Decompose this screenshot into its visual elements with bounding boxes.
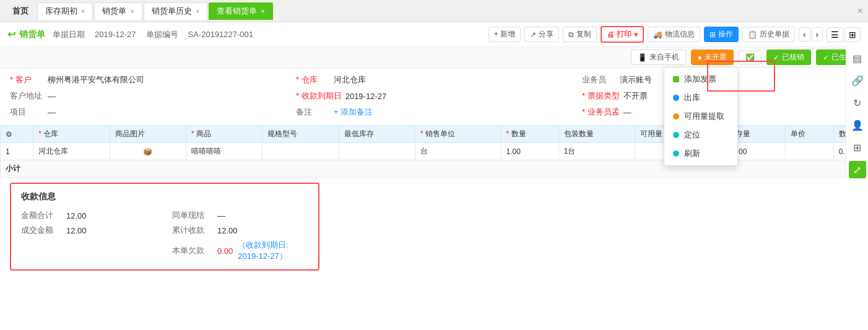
sidebar-icon-2[interactable]: 🔗 (849, 72, 866, 89)
settings-col-header[interactable]: ⚙ (1, 126, 33, 143)
tab-inventory-init-close[interactable]: × (81, 7, 85, 15)
copy-icon: ⧉ (568, 30, 574, 39)
min-stock-col-header: 最低库存 (339, 126, 415, 143)
tab-view-sales-close[interactable]: × (261, 7, 264, 15)
dropdown-refresh[interactable]: 刷新 (664, 144, 737, 163)
bottom-panel: 收款信息 金额合计 12.00 同单现结 — 成交金额 12.00 累计收款 1… (10, 183, 319, 271)
dropdown-outbound[interactable]: 出库 (664, 89, 737, 107)
row-product: 嘻嘻嘻嘻 (186, 143, 262, 160)
prev-button[interactable]: ‹ (799, 27, 810, 41)
confirm-icon2: ✓ (773, 53, 779, 62)
amount-total-row: 金额合计 12.00 (21, 210, 157, 221)
product-col-header: * 商品 (186, 126, 262, 143)
copy-button[interactable]: ⧉ 复制 (563, 27, 597, 42)
date-label: 单据日期 (53, 29, 85, 40)
print-label: 打印 (617, 29, 631, 40)
image-col-header: 商品图片 (110, 126, 186, 143)
pkg-qty-col-header: 包装数量 (558, 126, 635, 143)
arrears-value: 0.00 (217, 246, 233, 256)
refresh-label: 刷新 (684, 148, 700, 159)
row-unit: 台 (415, 143, 501, 160)
address-row: 客户地址 — (10, 90, 286, 102)
remark-row: 备注 + 添加备注 (296, 106, 572, 118)
deal-amount-label: 成交金额 (21, 225, 61, 236)
tab-sales-history-label: 销货单历史 (152, 6, 192, 17)
effective-icon: ✓ (823, 53, 829, 62)
salesperson-label: * 业务员孟 (582, 106, 620, 118)
arrears-suffix: （收款到期日: 2019-12-27） (238, 240, 308, 262)
tab-sales-history-close[interactable]: × (196, 7, 199, 15)
address-label: 客户地址 (10, 90, 44, 102)
doc-header: ↩ 销货单 单据日期 2019-12-27 单据编号 SA-20191227-0… (0, 22, 868, 47)
tab-sales-history[interactable]: 销货单历史 × (144, 2, 207, 20)
doc-type-label: 销货单 (19, 29, 45, 40)
sidebar-icon-3[interactable]: ↻ (849, 94, 866, 111)
right-icon-panel: ▤ 🔗 ↻ 👤 ⊞ ⤢ (846, 45, 868, 178)
row-index: 1 (1, 143, 33, 160)
employee-value: 演示账号 (620, 74, 652, 85)
logistics-button[interactable]: 🚚 物流信息 (648, 27, 700, 42)
row-image: 📦 (110, 143, 186, 160)
phone-icon: 📱 (638, 53, 647, 62)
sidebar-icon-4[interactable]: 👤 (849, 116, 866, 134)
operations-dropdown: 添加发票 出库 可用量提取 定位 刷新 (664, 67, 738, 166)
history-label: 历史单据 (760, 29, 789, 40)
amount-total-value: 12.00 (66, 211, 87, 220)
project-row: 项目 — (10, 106, 286, 118)
phone-button[interactable]: 📱 来自手机 (631, 50, 686, 65)
warehouse-label: * 仓库 (296, 74, 330, 85)
grid-view-button[interactable]: ⊞ (844, 27, 861, 42)
tab-inventory-init[interactable]: 库存期初 × (37, 2, 93, 20)
history-button[interactable]: 📋 历史单据 (742, 27, 795, 42)
tab-view-sales[interactable]: 查看销货单 × (209, 2, 272, 20)
sales-order-icon: ↩ (7, 28, 15, 40)
invoice-value: 不开票 (623, 90, 648, 102)
tab-home[interactable]: 首页 (5, 2, 36, 20)
same-order-settlement-label: 同单现结 (172, 210, 212, 221)
amount-total-label: 金额合计 (21, 210, 61, 221)
logistics-label: 物流信息 (665, 29, 695, 40)
nav-arrows: ‹ › (799, 27, 823, 41)
list-view-button[interactable]: ☰ (827, 27, 843, 42)
row-min-stock (339, 143, 415, 160)
check-icon: ✅ (745, 53, 755, 62)
confirm-icon[interactable]: ✅ (739, 51, 762, 64)
customer-label: * 客户 (10, 74, 44, 85)
tab-view-sales-label: 查看销货单 (217, 6, 257, 17)
tab-sales-order[interactable]: 销货单 × (94, 2, 142, 20)
new-button[interactable]: + 新增 (488, 27, 521, 42)
doc-title: ↩ 销货单 (7, 28, 45, 40)
history-icon: 📋 (748, 30, 757, 39)
locate-label: 定位 (684, 129, 700, 141)
dropdown-locate[interactable]: 定位 (664, 126, 737, 144)
tab-bar: 首页 库存期初 × 销货单 × 销货单历史 × 查看销货单 × × (0, 0, 868, 22)
window-close-button[interactable]: × (857, 6, 863, 17)
print-icon: 🖨 (607, 30, 614, 39)
price-col-header: 单价 (786, 126, 834, 143)
share-icon: ↗ (530, 30, 536, 39)
confirm-label: 已核销 (782, 52, 804, 63)
next-button[interactable]: › (812, 27, 823, 41)
same-order-settlement-row: 同单现结 — (172, 210, 308, 221)
doc-meta: 单据日期 2019-12-27 单据编号 SA-20191227-001 (53, 29, 253, 40)
dropdown-add-invoice[interactable]: 添加发票 (664, 70, 737, 89)
invoice-label: * 票据类型 (582, 90, 620, 102)
sidebar-icon-1[interactable]: ▤ (849, 50, 866, 67)
remark-add-button[interactable]: + 添加备注 (334, 106, 373, 118)
tab-inventory-init-label: 库存期初 (45, 6, 77, 17)
share-button[interactable]: ↗ 分享 (524, 27, 559, 42)
view-buttons: ☰ ⊞ (827, 27, 861, 42)
cumulative-receipt-row: 累计收款 12.00 (172, 225, 308, 236)
operations-button[interactable]: ⊞ 操作 (704, 27, 739, 42)
salesperson-value: — (623, 108, 631, 117)
tab-sales-order-close[interactable]: × (130, 7, 134, 15)
dropdown-quantity-pick[interactable]: 可用量提取 (664, 107, 737, 126)
employee-label: 业务员 (582, 74, 616, 85)
expand-button[interactable]: ⤢ (849, 161, 866, 178)
add-invoice-icon (673, 76, 679, 82)
sidebar-icon-5[interactable]: ⊞ (849, 139, 866, 156)
logistics-icon: 🚚 (653, 30, 662, 39)
print-button[interactable]: 🖨 打印 ▾ (601, 26, 644, 43)
confirm-button[interactable]: ✓ 已核销 (766, 50, 811, 65)
open-status-button[interactable]: ● 未开票 (691, 50, 734, 65)
